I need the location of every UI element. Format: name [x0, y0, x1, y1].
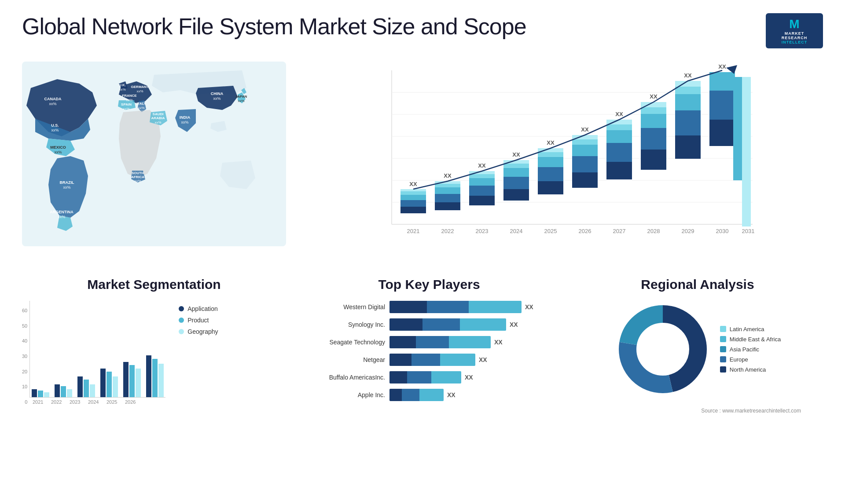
svg-rect-50 [435, 187, 460, 194]
player-bar-netgear: XX [389, 354, 487, 366]
seg-bar-geo-2023 [90, 384, 95, 397]
seg-bar-prod-2023 [84, 380, 89, 397]
bar-seg3-netgear [440, 354, 475, 366]
svg-text:FRANCE: FRANCE [122, 94, 137, 98]
y-label-40: 40 [22, 338, 27, 343]
svg-rect-51 [435, 184, 460, 187]
svg-text:xx%: xx% [138, 106, 144, 110]
logo-text: MARKET RESEARCH INTELLECT [782, 31, 808, 44]
svg-rect-78 [572, 145, 598, 156]
svg-text:CANADA: CANADA [44, 97, 62, 101]
svg-rect-84 [606, 143, 632, 162]
svg-text:xx%: xx% [58, 215, 65, 219]
svg-text:xx%: xx% [54, 150, 62, 154]
logo-line1: MARKET [785, 31, 805, 36]
svg-rect-70 [538, 167, 563, 181]
x-label-2023: 2023 [66, 399, 83, 405]
geography-label: Geography [187, 328, 218, 335]
seg-bars [29, 301, 165, 398]
svg-text:U.K.: U.K. [119, 83, 126, 87]
x-label-2022: 2022 [48, 399, 65, 405]
svg-rect-49 [435, 194, 460, 202]
bar-seg1-buffalo [389, 371, 407, 383]
asia-pacific-color [720, 346, 726, 352]
svg-rect-104 [709, 120, 735, 146]
svg-text:2026: 2026 [579, 228, 592, 234]
x-label-2021: 2021 [29, 399, 46, 405]
player-name-wd: Western Digital [308, 303, 385, 310]
north-america-color [720, 366, 726, 373]
regional-title: Regional Analysis [641, 277, 754, 292]
svg-rect-43 [400, 195, 426, 200]
seg-bar-geo-2022 [67, 389, 72, 397]
map-svg: CANADA xx% U.S. xx% MEXICO xx% BRAZIL xx… [22, 62, 286, 246]
regional-legend: Latin America Middle East & Africa Asia … [720, 326, 781, 373]
player-row-netgear: Netgear XX [308, 354, 550, 366]
svg-rect-58 [469, 174, 495, 178]
growth-bar-chart: XX 2021 XX 2022 XX 2023 XX 20 [308, 62, 819, 246]
svg-text:XX: XX [444, 172, 452, 179]
bar-chart-section: XX 2021 XX 2022 XX 2023 XX 20 [295, 57, 832, 268]
seg-bar-geo-2024 [113, 376, 118, 397]
svg-rect-100 [675, 87, 701, 94]
player-row-seagate: Seagate Technology XX [308, 336, 550, 348]
svg-text:2027: 2027 [613, 228, 626, 234]
legend-asia-pacific: Asia Pacific [720, 346, 781, 353]
seg-bar-prod-2022 [61, 386, 66, 397]
svg-rect-110 [742, 106, 751, 226]
svg-rect-72 [538, 152, 563, 157]
y-label-50: 50 [22, 323, 27, 329]
svg-text:2021: 2021 [407, 228, 420, 234]
svg-text:xx%: xx% [181, 120, 188, 124]
player-xx-netgear: XX [479, 356, 487, 363]
bar-seg1-seagate [389, 336, 416, 348]
svg-text:2023: 2023 [476, 228, 489, 234]
y-label-60: 60 [22, 308, 27, 313]
svg-text:xx%: xx% [63, 185, 70, 190]
seg-bar-geo-2025 [136, 369, 141, 397]
svg-rect-113 [742, 77, 751, 106]
player-xx-synology: XX [510, 321, 518, 328]
svg-text:xx%: xx% [123, 107, 129, 111]
x-label-2025: 2025 [103, 399, 120, 405]
bar-seg3-synology [460, 318, 506, 331]
player-bar-synology: XX [389, 318, 518, 331]
svg-text:ITALY: ITALY [136, 102, 146, 106]
svg-rect-90 [641, 150, 666, 170]
page-title: Global Network File System Market Size a… [22, 13, 526, 40]
donut-chart-area: Latin America Middle East & Africa Asia … [614, 301, 781, 398]
player-name-seagate: Seagate Technology [308, 339, 385, 346]
svg-text:BRAZIL: BRAZIL [60, 180, 74, 185]
seg-bar-prod-2026 [152, 359, 158, 397]
svg-text:xx%: xx% [134, 179, 141, 183]
application-label: Application [187, 305, 218, 312]
segmentation-legend: Application Product Geography [174, 305, 218, 335]
svg-text:XX: XX [478, 162, 486, 169]
bar-seg3-buffalo [431, 371, 461, 383]
legend-latin-america: Latin America [720, 326, 781, 332]
legend-geography: Geography [179, 328, 218, 335]
player-row-buffalo: Buffalo AmericasInc. XX [308, 371, 550, 383]
latin-america-color [720, 326, 726, 332]
bar-seg3-seagate [449, 336, 491, 348]
svg-text:U.S.: U.S. [51, 123, 59, 128]
svg-rect-57 [469, 178, 495, 186]
bar-seg2-synology [422, 318, 460, 331]
seg-bar-app-2023 [77, 376, 83, 397]
legend-application: Application [179, 305, 218, 312]
svg-rect-83 [606, 162, 632, 179]
svg-rect-99 [675, 94, 701, 110]
svg-text:XX: XX [718, 63, 726, 70]
svg-text:xx%: xx% [119, 88, 125, 91]
seg-bar-app-2025 [123, 362, 129, 397]
player-name-netgear: Netgear [308, 356, 385, 363]
svg-text:XX: XX [615, 111, 623, 117]
bottom-row: Market Segmentation 60 50 40 30 20 10 0 [0, 268, 845, 423]
svg-rect-92 [641, 114, 666, 128]
svg-rect-85 [606, 130, 632, 143]
seg-bar-app-2024 [100, 369, 106, 397]
svg-text:INDIA: INDIA [180, 115, 191, 120]
svg-text:AFRICA: AFRICA [131, 175, 144, 179]
legend-mea: Middle East & Africa [720, 336, 781, 343]
header: Global Network File System Market Size a… [0, 0, 845, 57]
